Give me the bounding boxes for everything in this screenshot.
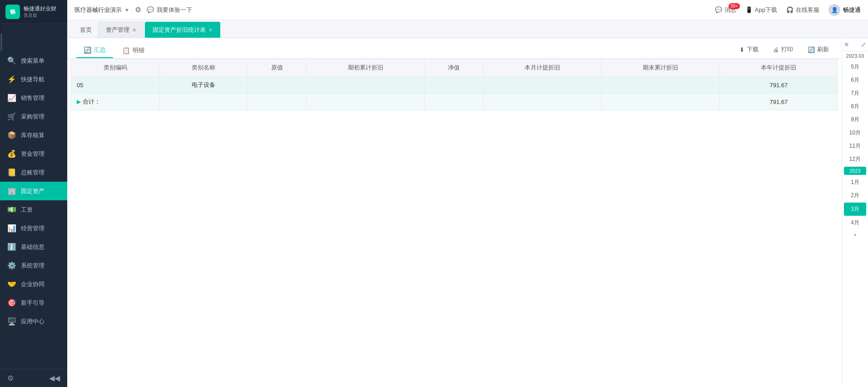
date-month-3[interactable]: 3月: [844, 203, 866, 216]
user-menu-button[interactable]: 👤 畅捷通: [828, 4, 861, 16]
content-area: 🔄 汇总 📋 明细 ⬇ 下载 🖨 打印: [67, 38, 868, 387]
cell-initial-depreciation: [306, 77, 424, 94]
tabbar: 首页 资产管理 ✕ 固定资产折旧统计表 ✕: [67, 20, 868, 38]
sidebar-item-label: 库存核算: [21, 131, 45, 139]
notifications-button[interactable]: 💬 消息 99+: [715, 6, 736, 14]
sidebar-item-sales[interactable]: 📈 销售管理: [0, 89, 67, 107]
finance-icon: 💰: [7, 149, 16, 158]
date-month-7[interactable]: 7月: [842, 87, 868, 100]
date-month-8[interactable]: 8月: [842, 100, 868, 113]
date-month-9[interactable]: 9月: [842, 113, 868, 126]
topbar-settings-icon[interactable]: ⚙: [135, 5, 141, 14]
sidebar-item-label: 固定资产: [21, 187, 45, 195]
fixed-assets-icon: 🏢: [7, 187, 16, 195]
customer-service-button[interactable]: 🎧 在线客服: [786, 6, 819, 14]
basic-info-icon: ℹ️: [7, 243, 16, 251]
experience-icon: 💬: [147, 6, 154, 13]
date-month-6[interactable]: 6月: [842, 74, 868, 87]
date-panel: ✕ ⤢ 2023.03 5月 6月 7月 8月 9月 10月 11月 12月 2…: [842, 38, 868, 387]
sidebar-item-label: 搜索菜单: [21, 57, 45, 65]
date-year-label: 2023.03: [842, 51, 868, 60]
footer-settings-icon[interactable]: ⚙: [7, 374, 14, 382]
depreciation-table: 类别编码 类别名称 原值 期初累计折旧 净值 本月计提折旧 期末累计折旧 本年计…: [71, 59, 838, 110]
sum-row: ▶ 合计： 791.67: [71, 94, 838, 110]
sidebar-item-label: 资金管理: [21, 150, 45, 158]
system-icon: ⚙️: [7, 261, 16, 270]
sidebar-item-basic-info[interactable]: ℹ️ 基础信息: [0, 238, 67, 256]
sidebar-item-finance[interactable]: 💰 资金管理: [0, 144, 67, 163]
date-month-10[interactable]: 10月: [842, 126, 868, 139]
notifications-badge: 99+: [729, 3, 740, 9]
sidebar-item-operations[interactable]: 📊 经营管理: [0, 219, 67, 238]
tab-home[interactable]: 首页: [74, 22, 97, 38]
date-month-5[interactable]: 5月: [842, 60, 868, 74]
logo-text-block: 畅捷通好业财 普及版: [24, 5, 56, 19]
sum-label: 合计：: [83, 98, 100, 105]
sidebar-item-ledger[interactable]: 📒 总账管理: [0, 163, 67, 182]
date-month-11[interactable]: 11月: [842, 139, 868, 153]
download-label: 下载: [747, 45, 759, 54]
close-panel-icon[interactable]: ✕: [844, 41, 849, 48]
download-button[interactable]: ⬇ 下载: [736, 44, 762, 55]
topbar-right: 💬 消息 99+ 📱 App下载 🎧 在线客服 👤 畅捷通: [715, 4, 861, 16]
summary-icon: 🔄: [84, 46, 91, 54]
sidebar-item-label: 总账管理: [21, 169, 45, 177]
sum-label-cell: ▶ 合计：: [71, 94, 160, 110]
sidebar-item-label: 企业协同: [21, 280, 45, 288]
sidebar-item-label: 快捷导航: [21, 75, 45, 84]
date-month-4[interactable]: 4月: [842, 216, 868, 229]
app-download-button[interactable]: 📱 App下载: [745, 6, 777, 14]
sidebar-item-quick-nav[interactable]: ⚡ 快捷导航: [0, 70, 67, 89]
tab-depreciation-label: 固定资产折旧统计表: [153, 26, 206, 34]
sidebar-item-fixed-assets[interactable]: 🏢 固定资产: [0, 182, 67, 200]
sidebar-item-salary[interactable]: 💵 工资: [0, 200, 67, 219]
quick-nav-icon: ⚡: [7, 75, 16, 84]
date-year-tag[interactable]: 2023: [844, 167, 866, 175]
sidebar-item-cooperation[interactable]: 🤝 企业协同: [0, 275, 67, 293]
date-panel-header: ✕ ⤢: [842, 38, 868, 51]
download-icon: ⬇: [739, 46, 744, 53]
sidebar-item-purchase[interactable]: 🛒 采购管理: [0, 107, 67, 126]
cell-code: 05: [71, 77, 160, 94]
inventory-icon: 📦: [7, 131, 16, 139]
experience-button[interactable]: 💬 我要体验一下: [147, 6, 192, 14]
subtab-detail[interactable]: 📋 明细: [115, 43, 152, 58]
app-download-icon: 📱: [745, 6, 753, 13]
app-center-icon: 🖥️: [7, 317, 16, 326]
sum-name: [159, 94, 248, 110]
expand-panel-icon[interactable]: ⤢: [861, 41, 866, 48]
sidebar-item-label: 采购管理: [21, 113, 45, 121]
tab-home-label: 首页: [80, 26, 92, 34]
print-button[interactable]: 🖨 打印: [769, 44, 797, 55]
subtab-summary[interactable]: 🔄 汇总: [76, 43, 113, 58]
cell-monthly-depreciation: [483, 77, 601, 94]
tab-depreciation-table[interactable]: 固定资产折旧统计表 ✕: [145, 22, 220, 38]
sales-icon: 📈: [7, 94, 16, 102]
subtab-summary-label: 汇总: [94, 46, 106, 54]
date-month-1[interactable]: 1月: [842, 176, 868, 189]
main-area: 医疗器械行业演示 ▼ ⚙ 💬 我要体验一下 💬 消息 99+ 📱 App下载 🎧…: [67, 0, 868, 387]
detail-icon: 📋: [122, 47, 130, 54]
date-month-12[interactable]: 12月: [842, 153, 868, 166]
date-month-2[interactable]: 2月: [842, 189, 868, 202]
topbar: 医疗器械行业演示 ▼ ⚙ 💬 我要体验一下 💬 消息 99+ 📱 App下载 🎧…: [67, 0, 868, 20]
tab-asset-close-icon[interactable]: ✕: [132, 28, 136, 33]
sidebar-item-label: 系统管理: [21, 262, 45, 270]
sidebar-item-guide[interactable]: 🎯 新手引导: [0, 293, 67, 312]
footer-collapse-icon[interactable]: ◀◀: [49, 374, 60, 382]
tab-depreciation-close-icon[interactable]: ✕: [208, 28, 213, 33]
sum-end-depreciation: [601, 94, 719, 110]
sidebar-item-app-center[interactable]: 🖥️ 应用中心: [0, 312, 67, 331]
refresh-button[interactable]: 🔄 刷新: [804, 44, 833, 55]
ledger-icon: 📒: [7, 168, 16, 177]
sidebar-item-inventory[interactable]: 📦 库存核算: [0, 126, 67, 144]
sidebar-item-system[interactable]: ⚙️ 系统管理: [0, 256, 67, 275]
company-dropdown-icon: ▼: [124, 7, 129, 13]
table-row: 05 电子设备 791.67: [71, 77, 838, 94]
operations-icon: 📊: [7, 224, 16, 233]
sum-icon: ▶: [77, 99, 81, 105]
sidebar-item-search[interactable]: 🔍 搜索菜单: [0, 51, 67, 70]
company-selector[interactable]: 医疗器械行业演示 ▼: [74, 6, 129, 14]
tab-asset-management[interactable]: 资产管理 ✕: [98, 22, 144, 38]
refresh-label: 刷新: [817, 45, 829, 54]
